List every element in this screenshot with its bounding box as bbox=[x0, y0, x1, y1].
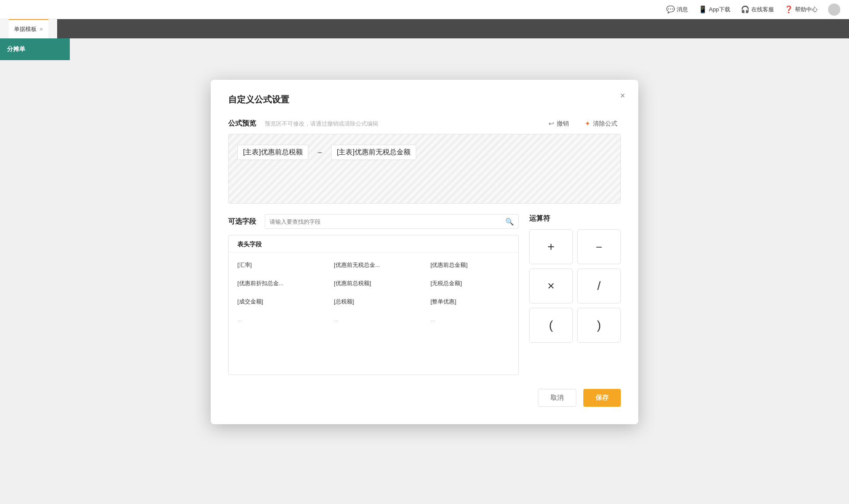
field-item-1[interactable]: [优惠前无税总金... bbox=[325, 256, 421, 274]
field-item-2[interactable]: [优惠前总金额] bbox=[422, 256, 518, 274]
undo-icon: ↩ bbox=[548, 119, 554, 128]
close-icon: × bbox=[620, 91, 625, 101]
operators-title: 运算符 bbox=[529, 214, 621, 223]
dialog-title: 自定义公式设置 bbox=[228, 94, 621, 106]
save-button[interactable]: 保存 bbox=[583, 389, 621, 407]
clear-formula-button[interactable]: ✦ 清除公式 bbox=[581, 118, 621, 129]
operators-grid: + － × / ( ) bbox=[529, 229, 621, 343]
clear-label: 清除公式 bbox=[593, 120, 617, 128]
search-icon: 🔍 bbox=[505, 218, 514, 226]
op-divide-button[interactable]: / bbox=[577, 269, 621, 303]
formula-term-2: [主表]优惠前无税总金额 bbox=[331, 145, 416, 160]
undo-button[interactable]: ↩ 撤销 bbox=[545, 118, 572, 129]
operators-section: 运算符 + － × / ( ) bbox=[529, 214, 621, 375]
op-multiply-button[interactable]: × bbox=[529, 269, 573, 303]
dialog-actions: 取消 保存 bbox=[228, 389, 621, 407]
field-item-9[interactable]: ... bbox=[229, 311, 325, 328]
fields-grid: [汇率] [优惠前无税总金... [优惠前总金额] [优惠前折扣总金... [优… bbox=[229, 252, 518, 331]
cancel-button[interactable]: 取消 bbox=[538, 389, 576, 407]
clear-icon: ✦ bbox=[585, 119, 590, 128]
search-input[interactable] bbox=[270, 218, 502, 225]
fields-category: 表头字段 bbox=[229, 235, 518, 252]
formula-display-area: [主表]优惠前总税额 － [主表]优惠前无税总金额 bbox=[228, 134, 621, 204]
field-item-6[interactable]: [成交金额] bbox=[229, 293, 325, 311]
bottom-section: 可选字段 🔍 表头字段 [汇率] [优惠前无税总金... [优惠前总金额] [优… bbox=[228, 214, 621, 375]
dialog-overlay: 自定义公式设置 × 公式预览 预览区不可修改，请通过撤销或清除公式编辑 ↩ 撤销… bbox=[0, 0, 849, 504]
fields-scroll-area[interactable]: [汇率] [优惠前无税总金... [优惠前总金额] [优惠前折扣总金... [优… bbox=[229, 252, 518, 331]
formula-dialog: 自定义公式设置 × 公式预览 预览区不可修改，请通过撤销或清除公式编辑 ↩ 撤销… bbox=[211, 80, 638, 424]
formula-hint: 预览区不可修改，请通过撤销或清除公式编辑 bbox=[265, 120, 536, 128]
field-item-4[interactable]: [优惠前总税额] bbox=[325, 274, 421, 293]
field-selector: 可选字段 🔍 表头字段 [汇率] [优惠前无税总金... [优惠前总金额] [优… bbox=[228, 214, 519, 375]
formula-preview-label: 公式预览 bbox=[228, 119, 256, 128]
field-item-3[interactable]: [优惠前折扣总金... bbox=[229, 274, 325, 293]
op-lparen-button[interactable]: ( bbox=[529, 308, 573, 343]
op-plus-button[interactable]: + bbox=[529, 229, 573, 264]
formula-term-1: [主表]优惠前总税额 bbox=[237, 145, 308, 160]
field-selector-header: 可选字段 🔍 bbox=[228, 214, 519, 229]
field-selector-label: 可选字段 bbox=[228, 217, 256, 226]
search-box[interactable]: 🔍 bbox=[265, 214, 519, 229]
field-item-10[interactable]: ... bbox=[325, 311, 421, 328]
field-item-0[interactable]: [汇率] bbox=[229, 256, 325, 274]
formula-preview-section: 公式预览 预览区不可修改，请通过撤销或清除公式编辑 ↩ 撤销 ✦ 清除公式 [主… bbox=[228, 118, 621, 204]
op-minus-button[interactable]: － bbox=[577, 229, 621, 264]
field-item-8[interactable]: [整单优惠] bbox=[422, 293, 518, 311]
field-item-7[interactable]: [总税额] bbox=[325, 293, 421, 311]
formula-op-1: － bbox=[314, 145, 326, 160]
op-rparen-button[interactable]: ) bbox=[577, 308, 621, 343]
field-item-11[interactable]: ... bbox=[422, 311, 518, 328]
fields-list: 表头字段 [汇率] [优惠前无税总金... [优惠前总金额] [优惠前折扣总金.… bbox=[228, 235, 519, 375]
field-item-5[interactable]: [无税总金额] bbox=[422, 274, 518, 293]
undo-label: 撤销 bbox=[557, 120, 569, 128]
dialog-close-button[interactable]: × bbox=[616, 89, 630, 102]
